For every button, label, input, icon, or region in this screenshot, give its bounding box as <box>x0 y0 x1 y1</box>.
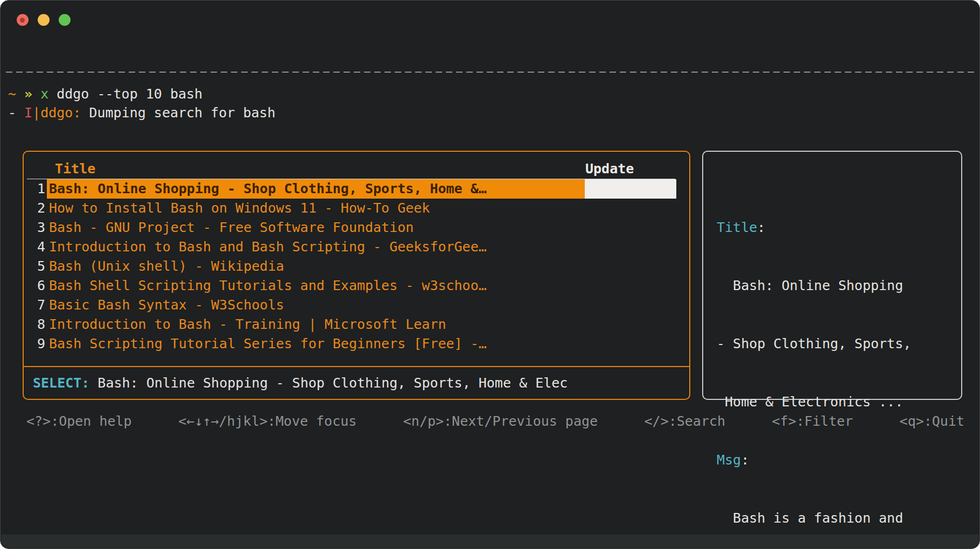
row-number: 6 <box>31 276 45 295</box>
prompt-command: ddgo --top 10 bash <box>57 86 202 102</box>
row-title: Basic Bash Syntax - W3Schools <box>49 295 284 315</box>
row-number: 9 <box>31 334 45 354</box>
log-level: I <box>24 105 32 121</box>
select-value: Bash: Online Shopping - Shop Clothing, S… <box>97 375 568 391</box>
detail-msg-label: Msg: <box>717 451 911 470</box>
help-item-quit: <q>:Quit <box>900 412 964 431</box>
table-row[interactable]: 2 How to Install Bash on Windows 11 - Ho… <box>24 199 689 218</box>
row-title: How to Install Bash on Windows 11 - How-… <box>49 199 430 218</box>
table-row[interactable]: 7 Basic Bash Syntax - W3Schools <box>24 295 689 315</box>
detail-msg-line: Bash is a fashion and <box>717 509 911 528</box>
row-number: 4 <box>31 237 45 257</box>
prompt-chevron-icon: » <box>24 86 32 102</box>
zoom-button[interactable] <box>59 14 71 26</box>
log-line: -I|ddgo:Dumping search for bash <box>8 103 276 123</box>
shell-prompt-line: ~»xddgo --top 10 bash <box>8 85 202 104</box>
results-panel: Title Update 1 Bash: Online Shopping - S… <box>23 151 690 400</box>
window-bottom-bar <box>1 534 979 548</box>
table-row[interactable]: 5 Bash (Unix shell) - Wikipedia <box>24 257 689 276</box>
table-header: Title Update <box>24 159 689 179</box>
help-item-filter: <f>:Filter <box>772 412 853 431</box>
column-header-update: Update <box>585 159 634 179</box>
dashed-separator <box>6 72 975 73</box>
detail-title-line: Bash: Online Shopping <box>717 276 911 295</box>
help-item-open-help: <?>:Open help <box>26 412 132 431</box>
prompt-cwd: ~ <box>8 86 16 102</box>
table-row[interactable]: 9 Bash Scripting Tutorial Series for Beg… <box>24 334 689 354</box>
traffic-lights <box>17 14 71 26</box>
table-row[interactable]: 6 Bash Shell Scripting Tutorials and Exa… <box>24 276 689 295</box>
select-status-line: SELECT:Bash: Online Shopping - Shop Clot… <box>33 374 568 393</box>
detail-title-line: - Shop Clothing, Sports, <box>717 334 911 354</box>
row-title: Bash (Unix shell) - Wikipedia <box>49 257 284 276</box>
row-title: Bash Shell Scripting Tutorials and Examp… <box>49 276 487 295</box>
close-button[interactable] <box>17 14 29 26</box>
update-cell <box>585 179 676 199</box>
terminal-window: ~»xddgo --top 10 bash -I|ddgo:Dumping se… <box>0 0 980 549</box>
row-title: Bash Scripting Tutorial Series for Begin… <box>49 334 487 354</box>
log-pipe: | <box>32 105 40 121</box>
select-divider <box>24 366 689 367</box>
detail-text: Title: Bash: Online Shopping - Shop Clot… <box>717 179 911 549</box>
row-number: 2 <box>31 199 45 218</box>
row-number: 5 <box>31 257 45 276</box>
table-row-selected[interactable]: 1 Bash: Online Shopping - Shop Clothing,… <box>24 179 689 199</box>
minimize-button[interactable] <box>38 14 50 26</box>
row-title: Introduction to Bash and Bash Scripting … <box>49 237 487 257</box>
row-title: Introduction to Bash - Training | Micros… <box>49 315 446 334</box>
help-item-next-prev-page: <n/p>:Next/Previous page <box>403 412 598 431</box>
help-item-move-focus: <←↓↑→/hjkl>:Move focus <box>178 412 356 431</box>
table-rows: 1 Bash: Online Shopping - Shop Clothing,… <box>24 179 689 354</box>
row-title: Bash - GNU Project - Free Software Found… <box>49 218 414 237</box>
row-number: 3 <box>31 218 45 237</box>
select-label: SELECT: <box>33 375 89 391</box>
row-number: 8 <box>31 315 45 334</box>
row-number: 1 <box>31 179 45 199</box>
prompt-status: x <box>40 86 48 102</box>
log-message: Dumping search for bash <box>89 105 275 121</box>
log-tag: ddgo: <box>40 105 81 121</box>
row-title: Bash: Online Shopping - Shop Clothing, S… <box>49 179 487 199</box>
detail-panel: Title: Bash: Online Shopping - Shop Clot… <box>702 151 962 400</box>
column-header-title: Title <box>55 159 95 179</box>
table-row[interactable]: 8 Introduction to Bash - Training | Micr… <box>24 315 689 334</box>
help-item-search: </>:Search <box>645 412 726 431</box>
log-prefix: - <box>8 105 16 121</box>
help-bar: <?>:Open help <←↓↑→/hjkl>:Move focus <n/… <box>26 412 964 431</box>
detail-title-line: Home & Electronics ... <box>717 392 911 412</box>
detail-title-label: Title: <box>717 218 911 237</box>
table-row[interactable]: 4 Introduction to Bash and Bash Scriptin… <box>24 237 689 257</box>
table-row[interactable]: 3 Bash - GNU Project - Free Software Fou… <box>24 218 689 237</box>
row-number: 7 <box>31 295 45 315</box>
